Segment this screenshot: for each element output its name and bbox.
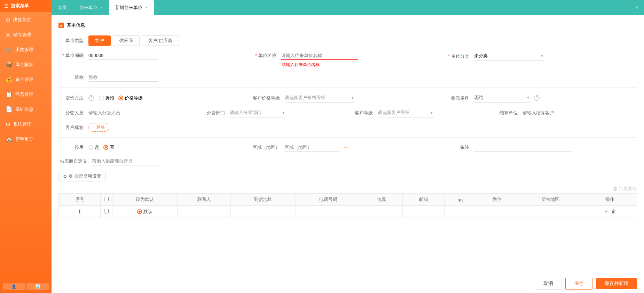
radio-price-level[interactable]: 价格等级: [118, 95, 143, 101]
row-default-radio[interactable]: 默认: [116, 209, 174, 215]
col-action: 操作: [583, 194, 637, 206]
gear-icon: ⚙: [63, 174, 67, 179]
settlement-unit-label: 结算单位: [493, 110, 520, 116]
tab-close-all-btn[interactable]: ×: [630, 0, 644, 15]
settlement-unit-more-btn[interactable]: ···: [584, 110, 591, 116]
customer-tag-label: 客户标签: [58, 124, 86, 131]
select-all-checkbox[interactable]: [104, 197, 109, 201]
sidebar-search[interactable]: ☰ 搜索菜单: [0, 0, 52, 12]
tab-partners-close[interactable]: ×: [100, 5, 103, 10]
sidebar-item-purchase[interactable]: 🛒 采购管理: [0, 42, 52, 57]
sidebar: ☰ 搜索菜单 ⊙ 快捷导航 ◎ 销售管理 🛒 采购管理 📦 库存核算 💰 资金管…: [0, 0, 52, 293]
supervisor-input[interactable]: [88, 109, 148, 117]
sidebar-item-inventory[interactable]: 📦 库存核算: [0, 57, 52, 72]
supplier-custom-group: 供应商自定义: [58, 157, 205, 165]
divider1: [58, 87, 637, 88]
customer-level-select[interactable]: 请选择客户等级 ▼: [378, 108, 433, 117]
save-button[interactable]: 保存: [565, 278, 592, 290]
region-label: 区域（地区）: [251, 144, 283, 150]
region-more-btn[interactable]: ···: [343, 144, 350, 150]
save-new-button[interactable]: 保存并新增: [596, 278, 637, 289]
cancel-button[interactable]: 取消: [535, 278, 562, 290]
row-checkbox: [101, 206, 112, 218]
disabled-group: 停用 是 否: [58, 144, 251, 150]
row-add-btn[interactable]: ＋: [603, 208, 609, 215]
supplier-custom-input[interactable]: [92, 157, 162, 165]
sidebar-label-sales: 销售管理: [13, 32, 31, 38]
sidebar-item-finance[interactable]: 💰 资金管理: [0, 72, 52, 87]
sidebar-bottom-btn2[interactable]: 📊: [26, 283, 49, 290]
sidebar-item-basic[interactable]: 📄 基础信息: [0, 102, 52, 117]
col-region: 所在地区: [518, 194, 583, 206]
row-region-cell: [518, 206, 583, 218]
row-default-label: 默认: [143, 209, 152, 215]
dept-label: 分管部门: [203, 110, 228, 116]
payment-terms-select[interactable]: 现结 ▼: [474, 93, 530, 103]
tab-spacer: [154, 0, 630, 15]
unit-code-input[interactable]: [88, 51, 158, 60]
remark-group: 备注: [444, 143, 637, 152]
sidebar-item-quicknav[interactable]: ⊙ 快捷导航: [0, 12, 52, 27]
table-row: 1 默认: [59, 206, 637, 218]
tab-new-partner-close[interactable]: ×: [145, 5, 148, 10]
col-default: 设为默认: [112, 194, 178, 206]
sidebar-item-sales[interactable]: ◎ 销售管理: [0, 27, 52, 42]
settlement-unit-input[interactable]: [523, 109, 582, 117]
radio-disabled-no[interactable]: 否: [103, 144, 114, 150]
row-select-checkbox[interactable]: [104, 209, 109, 213]
tab-home-label: 首页: [58, 5, 67, 11]
alias-input[interactable]: [88, 73, 158, 82]
payment-terms-help[interactable]: ?: [534, 95, 540, 101]
tab-new-partner[interactable]: 新增往来单位 ×: [109, 0, 154, 15]
sidebar-label-purchase: 采购管理: [15, 47, 33, 53]
sidebar-label-basic: 基础信息: [15, 106, 33, 113]
col-qq: qq: [445, 194, 476, 206]
remark-input[interactable]: [474, 143, 572, 152]
btn-customer[interactable]: 客户: [88, 35, 111, 46]
sidebar-label-inventory: 库存核算: [15, 62, 33, 68]
row-phone-cell: [296, 206, 361, 218]
col-checkbox: [101, 194, 112, 206]
pricing-method-group: 定价方法 ? 折扣 价格等级: [58, 95, 251, 101]
tab-partners-label: 往来单位: [79, 5, 97, 11]
radio-discount-circle: [99, 96, 104, 100]
batch-delete-label[interactable]: 批量删除: [619, 186, 637, 192]
sidebar-item-guide[interactable]: 🏠 新手引导: [0, 132, 52, 147]
dept-group: 分管部门 请输入分管部门 ▼: [203, 108, 348, 117]
region-input[interactable]: [285, 143, 340, 152]
btn-both[interactable]: 客户/供应商: [142, 35, 179, 46]
radio-discount[interactable]: 折扣: [99, 95, 114, 101]
dept-arrow: ▼: [282, 111, 285, 115]
unit-category-label: 单位分类: [444, 53, 472, 59]
row-delete-btn[interactable]: 🗑: [611, 208, 617, 215]
supervisor-more-btn[interactable]: ···: [150, 110, 157, 116]
tab-partners[interactable]: 往来单位 ×: [73, 0, 109, 15]
sidebar-bottom-btn1[interactable]: 👤: [3, 283, 25, 290]
radio-disabled-yes[interactable]: 是: [88, 144, 99, 150]
custom-settings-label: ⚙ 自定义项设置: [69, 173, 101, 179]
row-qq-cell: [445, 206, 476, 218]
customer-price-level-select[interactable]: 请选择客户价格等级 ▼: [285, 93, 354, 103]
row-default: 默认: [112, 206, 178, 218]
sidebar-label-guide: 新手引导: [15, 136, 33, 143]
col-email: 邮箱: [403, 194, 445, 206]
sidebar-item-operations[interactable]: 📋 经营管理: [0, 87, 52, 102]
unit-name-error: 请输入往来单位名称: [282, 62, 320, 67]
custom-settings-button[interactable]: ⚙ ⚙ 自定义项设置: [58, 171, 106, 181]
pricing-help-icon[interactable]: ?: [88, 95, 94, 101]
supplier-custom-label: 供应商自定义: [58, 158, 90, 164]
tab-home[interactable]: 首页: [52, 0, 73, 15]
quicknav-icon: ⊙: [6, 16, 10, 23]
unit-name-group: 单位名称 请输入往来单位名称: [251, 51, 444, 68]
unit-category-select[interactable]: 未分类 ▼: [474, 51, 544, 61]
row-action-cell: ＋ 🗑: [583, 206, 637, 218]
unit-type-row: 单位类型 客户 供应商 客户/供应商: [58, 35, 637, 46]
sidebar-bottom: 👤 📊: [0, 280, 52, 293]
sidebar-item-system[interactable]: ⚙ 系统管理: [0, 117, 52, 132]
divider2: [58, 137, 637, 138]
unit-name-input[interactable]: [281, 51, 358, 60]
btn-supplier[interactable]: 供应商: [113, 35, 140, 46]
dept-select[interactable]: 请输入分管部门 ▼: [230, 108, 285, 117]
add-tag-button[interactable]: + 标签: [88, 123, 109, 132]
section-title-text: 基本信息: [67, 22, 85, 29]
